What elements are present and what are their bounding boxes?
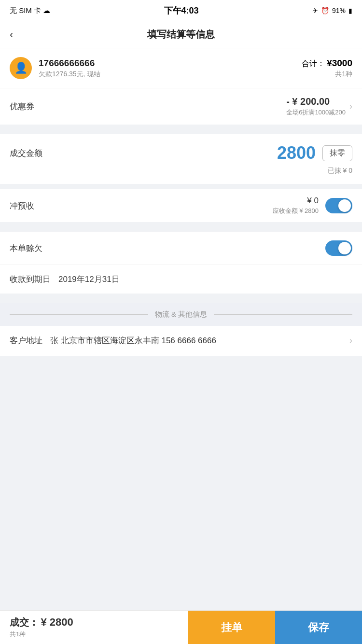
bottom-count: 共1种 [10, 630, 179, 639]
nav-bar: ‹ 填写结算等信息 [0, 21, 362, 48]
address-row[interactable]: 客户地址 张 北京市市辖区海淀区永丰南 156 6666 6666 › [0, 326, 362, 356]
customer-row: 👤 17666666666 欠款1276.35元, 现结 合计： ¥3000 共… [0, 48, 362, 88]
coupon-info: - ¥ 200.00 全场6折满1000减200 [286, 96, 346, 117]
extra-space [0, 361, 362, 438]
amount-section: 成交金额 2800 抹零 已抹 ¥ 0 [0, 134, 362, 184]
prepay-label: 冲预收 [10, 200, 34, 211]
amount-value: 2800 [277, 143, 316, 163]
bottom-bar: 成交： ¥ 2800 共1种 挂单 保存 [0, 610, 362, 644]
customer-right: 合计： ¥3000 共1种 [302, 58, 352, 79]
hold-button[interactable]: 挂单 [188, 611, 275, 644]
total-label-text: 合计： [302, 59, 325, 68]
customer-card: 👤 17666666666 欠款1276.35元, 现结 合计： ¥3000 共… [0, 48, 362, 125]
main-content: 👤 17666666666 欠款1276.35元, 现结 合计： ¥3000 共… [0, 48, 362, 476]
address-chevron-icon: › [349, 336, 352, 346]
prepay-sub: 应收金额 ¥ 2800 [273, 207, 319, 215]
total-count: 共1种 [302, 70, 352, 79]
deal-label: 成交： [10, 617, 39, 628]
logistics-line-left [10, 314, 148, 315]
battery-icon: ▮ [348, 7, 352, 14]
coupon-amount: - ¥ 200.00 [286, 96, 346, 107]
customer-debt-status: 欠款1276.35元, 现结 [39, 70, 100, 79]
status-left: 无 SIM 卡 ☁ [10, 6, 50, 15]
customer-info: 17666666666 欠款1276.35元, 现结 [39, 58, 100, 79]
logistics-line-right [214, 314, 352, 315]
customer-left: 👤 17666666666 欠款1276.35元, 现结 [10, 57, 100, 79]
round-button[interactable]: 抹零 [322, 145, 352, 161]
logistics-label: 物流 & 其他信息 [148, 310, 214, 319]
total-amount: ¥3000 [327, 58, 352, 68]
logistics-header: 物流 & 其他信息 [0, 303, 362, 326]
chevron-right-icon: › [349, 101, 352, 112]
bottom-deal-text: 成交： ¥ 2800 [10, 616, 179, 629]
coupon-row[interactable]: 优惠券 - ¥ 200.00 全场6折满1000减200 › [0, 88, 362, 125]
alarm-icon: ⏰ [321, 7, 329, 14]
prepay-value: ¥ 0 [273, 196, 319, 206]
customer-phone: 17666666666 [39, 58, 100, 69]
divider-1 [0, 129, 362, 134]
address-content: 张 北京市市辖区海淀区永丰南 156 6666 6666 [50, 335, 345, 347]
coupon-description: 全场6折满1000减200 [286, 108, 346, 117]
debt-label: 本单赊欠 [10, 243, 42, 254]
bottom-summary: 成交： ¥ 2800 共1种 [0, 611, 188, 644]
save-button[interactable]: 保存 [275, 611, 362, 644]
amount-label: 成交金额 [10, 148, 42, 159]
prepay-right: ¥ 0 应收金额 ¥ 2800 [273, 196, 352, 215]
divider-3 [0, 298, 362, 303]
avatar: 👤 [10, 57, 32, 79]
due-date-row: 收款到期日 2019年12月31日 [0, 265, 362, 294]
total-label: 合计： ¥3000 [302, 58, 352, 69]
status-time: 下午4:03 [164, 5, 199, 16]
address-label: 客户地址 [10, 335, 42, 346]
coupon-right: - ¥ 200.00 全场6折满1000减200 › [286, 96, 352, 117]
prepay-row: 冲预收 ¥ 0 应收金额 ¥ 2800 [0, 189, 362, 222]
battery-text: 91% [332, 7, 346, 14]
coupon-label: 优惠券 [10, 101, 34, 112]
back-button[interactable]: ‹ [10, 28, 13, 41]
prepay-toggle[interactable] [325, 198, 352, 213]
page-title: 填写结算等信息 [147, 28, 215, 41]
debt-row: 本单赊欠 [0, 232, 362, 265]
due-date-value: 2019年12月31日 [58, 274, 120, 285]
divider-2 [0, 227, 362, 232]
debt-card: 本单赊欠 收款到期日 2019年12月31日 [0, 232, 362, 294]
status-right: ✈ ⏰ 91% ▮ [312, 7, 352, 14]
amount-value-group: 2800 抹零 [277, 143, 352, 163]
amount-sub-text: 已抹 ¥ 0 [328, 167, 352, 174]
no-sim-text: 无 SIM 卡 ☁ [10, 6, 50, 15]
location-icon: ✈ [312, 7, 318, 14]
prepay-info: ¥ 0 应收金额 ¥ 2800 [273, 196, 319, 215]
deal-amount: ¥ 2800 [41, 616, 73, 628]
amount-row: 成交金额 2800 抹零 [10, 143, 352, 163]
due-date-label: 收款到期日 [10, 274, 51, 285]
status-bar: 无 SIM 卡 ☁ 下午4:03 ✈ ⏰ 91% ▮ [0, 0, 362, 21]
debt-toggle[interactable] [325, 240, 352, 256]
